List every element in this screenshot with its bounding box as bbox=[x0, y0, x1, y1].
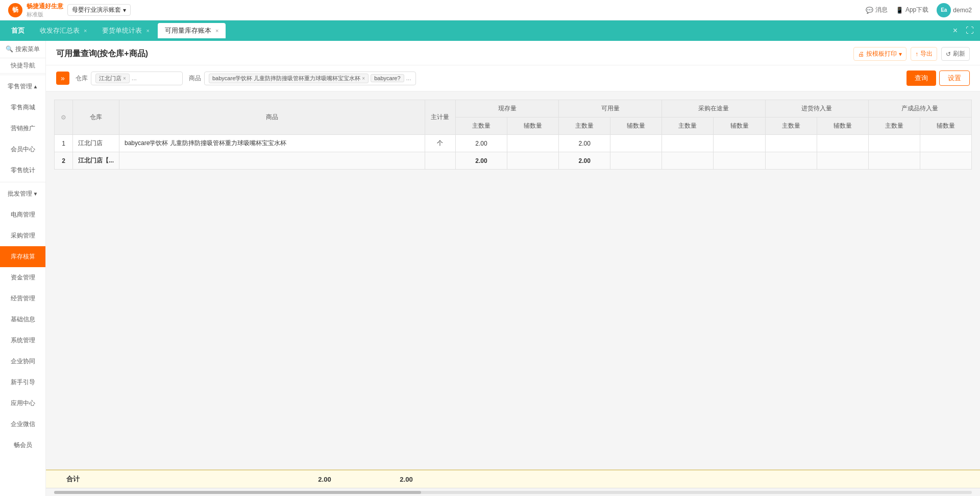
col-gear: ⚙ bbox=[55, 100, 73, 135]
top-right-actions: 💬 消息 📱 App下载 Ea demo2 bbox=[866, 3, 972, 17]
footer-stock-main: 2.00 bbox=[304, 476, 345, 483]
cell-purchase-main-2 bbox=[662, 152, 714, 170]
product-label: 商品 bbox=[189, 74, 201, 83]
tab-home[interactable]: 首页 bbox=[4, 23, 32, 38]
remove-product-tag-1[interactable]: × bbox=[362, 76, 365, 81]
export-btn[interactable]: ↑ 导出 bbox=[911, 47, 937, 61]
avatar: Ea bbox=[937, 3, 951, 17]
close-icon[interactable]: × bbox=[84, 28, 87, 34]
window-close-btn[interactable]: × bbox=[951, 24, 960, 37]
cell-avail-main-2: 2.00 bbox=[559, 152, 610, 170]
col-incoming-sub: 辅数量 bbox=[817, 117, 868, 135]
export-icon: ↑ bbox=[915, 51, 918, 58]
col-group-stock: 现存量 bbox=[455, 100, 558, 117]
cell-avail-main: 2.00 bbox=[559, 135, 610, 152]
product-tag-container[interactable]: babycare学饮杯 儿童防摔防撞吸管杯重力球吸嘴杯宝宝水杯 × babyca… bbox=[204, 72, 416, 85]
product-tag-2: babycare? bbox=[371, 74, 404, 82]
content-area: 可用量查询(按仓库+商品) 🖨 按模板打印 ▾ ↑ 导出 ↺ 刷新 bbox=[46, 41, 980, 496]
chevron-up-icon: ▲ bbox=[33, 84, 38, 89]
cell-incoming-sub-2 bbox=[817, 152, 868, 170]
cell-stock-sub-2 bbox=[507, 152, 559, 170]
cell-purchase-sub-2 bbox=[714, 152, 765, 170]
message-icon: 💬 bbox=[866, 7, 873, 14]
cell-uom: 个 bbox=[425, 135, 455, 152]
sidebar-item-basic-info[interactable]: 基础信息 bbox=[0, 309, 45, 330]
col-avail-sub: 辅数量 bbox=[610, 117, 662, 135]
data-table: ⚙ 仓库 商品 主计量 现存量 可用量 采购在途量 进货待入量 产成品待入量 主… bbox=[54, 100, 972, 170]
tab-available-ledger[interactable]: 可用量库存账本 × bbox=[158, 23, 226, 38]
cell-no-2: 2 bbox=[55, 152, 73, 170]
cell-stock-sub bbox=[507, 135, 559, 152]
footer-label: 合计 bbox=[56, 475, 80, 484]
cell-purchase-sub bbox=[714, 135, 765, 152]
brand-sub: 标准版 bbox=[27, 11, 63, 18]
sidebar-search[interactable]: 🔍 搜索菜单 bbox=[0, 41, 45, 58]
cell-product-main bbox=[868, 135, 920, 152]
message-btn[interactable]: 💬 消息 bbox=[866, 6, 888, 14]
cell-product-main-2 bbox=[868, 152, 920, 170]
sidebar-item-retail-stats[interactable]: 零售统计 bbox=[0, 160, 45, 181]
sidebar-item-member[interactable]: 会员中心 bbox=[0, 139, 45, 160]
window-expand-btn[interactable]: ⛶ bbox=[964, 24, 976, 37]
main-layout: 🔍 搜索菜单 快捷导航 零售管理 ▲ 零售商城 营销推广 会员中心 零售统计 批… bbox=[0, 41, 980, 496]
sidebar-item-new-guide[interactable]: 新手引导 bbox=[0, 372, 45, 393]
sidebar-item-enterprise-collab[interactable]: 企业协同 bbox=[0, 351, 45, 372]
sidebar-item-inventory[interactable]: 库存核算 bbox=[0, 246, 45, 267]
print-icon: 🖨 bbox=[858, 51, 864, 58]
template-print-btn[interactable]: 🖨 按模板打印 ▾ bbox=[853, 47, 906, 61]
col-warehouse-header: 仓库 bbox=[73, 100, 119, 135]
chevron-down-icon: ▾ bbox=[899, 51, 902, 58]
sidebar-item-vip[interactable]: 畅会员 bbox=[0, 435, 45, 456]
sidebar-item-retail-mgmt[interactable]: 零售管理 ▲ bbox=[0, 76, 45, 97]
scrollbar-thumb[interactable] bbox=[54, 491, 421, 494]
sidebar-item-enterprise-wechat[interactable]: 企业微信 bbox=[0, 414, 45, 435]
sidebar-item-app-center[interactable]: 应用中心 bbox=[0, 393, 45, 414]
user-profile[interactable]: Ea demo2 bbox=[937, 3, 972, 17]
sidebar-item-marketing[interactable]: 营销推广 bbox=[0, 118, 45, 139]
tab-order-summary[interactable]: 要货单统计表 × bbox=[95, 23, 156, 38]
col-product-main: 主数量 bbox=[868, 117, 920, 135]
close-icon[interactable]: × bbox=[146, 28, 149, 34]
sidebar-quick-nav[interactable]: 快捷导航 bbox=[0, 58, 45, 74]
query-btn[interactable]: 查询 bbox=[906, 70, 936, 86]
scrollbar-area bbox=[46, 488, 980, 496]
sidebar-item-retail-mall[interactable]: 零售商城 bbox=[0, 97, 45, 118]
sidebar-item-ecommerce[interactable]: 电商管理 bbox=[0, 204, 45, 225]
refresh-icon: ↺ bbox=[946, 51, 951, 58]
product-filter: 商品 babycare学饮杯 儿童防摔防撞吸管杯重力球吸嘴杯宝宝水杯 × bab… bbox=[189, 72, 416, 85]
sidebar-item-ops[interactable]: 经营管理 bbox=[0, 288, 45, 309]
search-icon: 🔍 bbox=[6, 45, 13, 53]
industry-select[interactable]: 母婴行业演示账套 ▾ bbox=[67, 4, 131, 16]
tab-receive-summary[interactable]: 收发存汇总表 × bbox=[33, 23, 94, 38]
sidebar-item-purchase[interactable]: 采购管理 bbox=[0, 225, 45, 246]
cell-incoming-main bbox=[765, 135, 817, 152]
product-ellipsis: ... bbox=[406, 75, 411, 82]
table-area: ⚙ 仓库 商品 主计量 现存量 可用量 采购在途量 进货待入量 产成品待入量 主… bbox=[46, 91, 980, 469]
col-product-header: 商品 bbox=[119, 100, 425, 135]
close-icon[interactable]: × bbox=[215, 28, 218, 34]
filter-expand-btn[interactable]: » bbox=[56, 72, 69, 85]
filter-action-buttons: 查询 设置 bbox=[906, 70, 970, 86]
chevron-down-icon: ▼ bbox=[33, 191, 38, 197]
remove-warehouse-tag[interactable]: × bbox=[123, 76, 126, 81]
brand-logo: 畅 bbox=[8, 3, 22, 17]
refresh-btn[interactable]: ↺ 刷新 bbox=[941, 47, 970, 61]
sidebar-item-wholesale-mgmt[interactable]: 批发管理 ▼ bbox=[0, 183, 45, 204]
table-footer: 合计 2.00 2.00 bbox=[46, 469, 980, 488]
gear-icon[interactable]: ⚙ bbox=[61, 114, 66, 121]
horizontal-scrollbar[interactable] bbox=[54, 491, 972, 494]
cell-warehouse: 江北门店 bbox=[73, 135, 119, 152]
app-download-btn[interactable]: 📱 App下载 bbox=[896, 6, 928, 14]
warehouse-label: 仓库 bbox=[76, 74, 88, 83]
nav-tabs: 首页 收发存汇总表 × 要货单统计表 × 可用量库存账本 × × ⛶ bbox=[0, 20, 980, 41]
chevron-down-icon: ▾ bbox=[123, 7, 126, 14]
cell-product-sub bbox=[920, 135, 971, 152]
cell-stock-main: 2.00 bbox=[455, 135, 507, 152]
sidebar-divider-2 bbox=[0, 182, 45, 182]
col-stock-main: 主数量 bbox=[455, 117, 507, 135]
setting-btn[interactable]: 设置 bbox=[939, 70, 970, 86]
sidebar-item-finance[interactable]: 资金管理 bbox=[0, 267, 45, 288]
col-purchase-main: 主数量 bbox=[662, 117, 714, 135]
sidebar-item-system[interactable]: 系统管理 bbox=[0, 330, 45, 351]
warehouse-tag-container[interactable]: 江北门店 × ... bbox=[91, 72, 183, 85]
